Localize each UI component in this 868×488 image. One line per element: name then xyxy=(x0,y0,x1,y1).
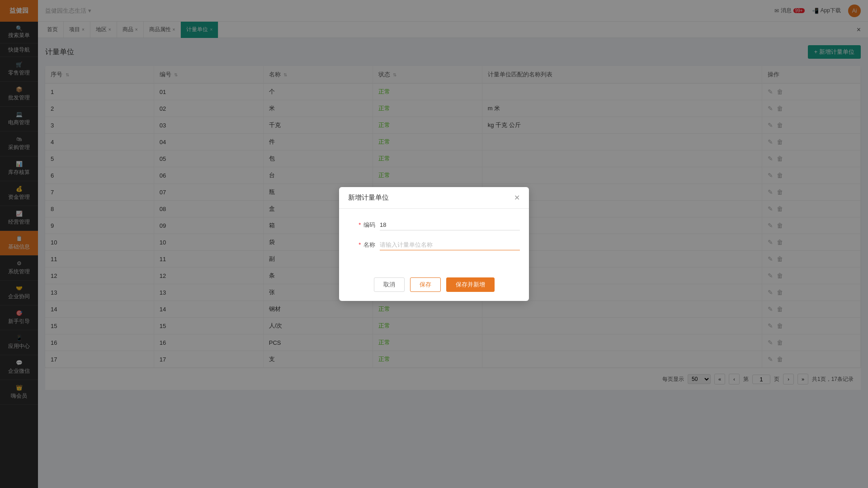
form-row-name: * 名称 xyxy=(348,239,520,250)
dialog-close-button[interactable]: ✕ xyxy=(514,193,520,202)
dialog-body: * 编码 * 名称 xyxy=(339,209,529,270)
dialog-footer: 取消 保存 保存并新增 xyxy=(339,270,529,301)
code-input[interactable] xyxy=(380,220,520,230)
add-unit-dialog: 新增计量单位 ✕ * 编码 * 名称 取消 保存 保存并新增 xyxy=(339,187,529,301)
dialog-header: 新增计量单位 ✕ xyxy=(339,187,529,209)
required-mark-name: * xyxy=(359,241,361,248)
form-row-code: * 编码 xyxy=(348,220,520,230)
form-label-code: * 编码 xyxy=(348,221,375,229)
name-input[interactable] xyxy=(380,239,520,250)
modal-overlay: 新增计量单位 ✕ * 编码 * 名称 取消 保存 保存并新增 xyxy=(0,0,868,488)
dialog-title: 新增计量单位 xyxy=(348,193,389,202)
form-label-name: * 名称 xyxy=(348,241,375,249)
save-and-new-button[interactable]: 保存并新增 xyxy=(446,277,495,292)
cancel-button[interactable]: 取消 xyxy=(374,277,405,292)
required-mark: * xyxy=(359,221,361,228)
save-button[interactable]: 保存 xyxy=(410,277,441,292)
